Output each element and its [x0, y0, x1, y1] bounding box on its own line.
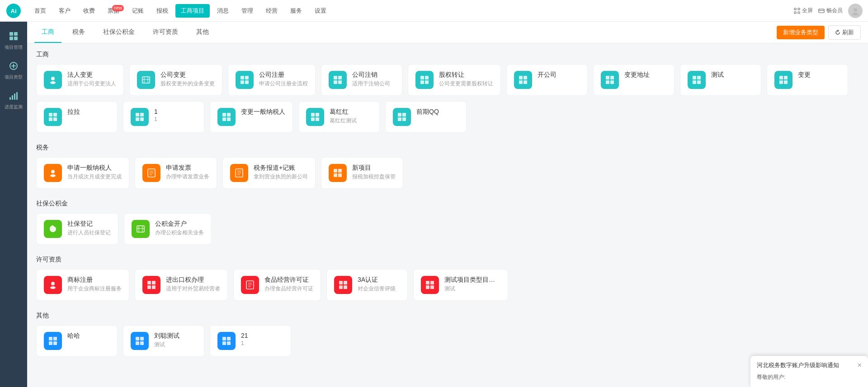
svg-rect-64: [316, 117, 319, 121]
card-desc-t1: 当月或次月成变更完成: [67, 173, 122, 181]
fullscreen-button[interactable]: 全屏: [794, 7, 813, 14]
card-desc-x4: 对企业信誉评级: [358, 285, 400, 293]
svg-rect-45: [779, 76, 783, 79]
nav-item-tax[interactable]: 报税: [151, 4, 174, 18]
card-title-c5: 股权转让: [439, 71, 493, 79]
svg-rect-104: [227, 341, 231, 345]
card-x1[interactable]: 商标注册用于企业商标注册服务: [36, 269, 129, 301]
tab-gongshang[interactable]: 工商: [34, 22, 61, 43]
refresh-button[interactable]: 刷新: [828, 25, 861, 40]
nav-item-home[interactable]: 首页: [29, 4, 52, 18]
card-icon-c4: [329, 71, 347, 89]
svg-rect-39: [606, 80, 609, 84]
tab-xuke[interactable]: 许可资质: [146, 22, 185, 43]
svg-rect-59: [222, 117, 226, 121]
svg-rect-38: [610, 76, 614, 79]
card-x4[interactable]: 3A认证对企业信誉评级: [326, 269, 408, 301]
tab-shuiwu[interactable]: 税务: [65, 22, 92, 43]
nav-item-billing[interactable]: 收费: [78, 4, 100, 18]
nav-item-tickets[interactable]: 票据new: [102, 4, 125, 18]
sidebar-item-project-type[interactable]: 项目类型: [0, 55, 27, 85]
card-info-c12: 变更一般纳税人: [241, 108, 285, 117]
card-info-s1: 社保登记进行人员社保登记: [67, 220, 111, 237]
card-icon-x2: [142, 276, 160, 294]
svg-rect-57: [222, 113, 226, 117]
card-desc-x5: 测试: [444, 285, 500, 293]
card-info-c4: 公司注销适用于注销公司: [352, 71, 395, 88]
vip-button[interactable]: 畅会员: [818, 7, 843, 14]
card-c12[interactable]: 变更一般纳税人: [210, 101, 293, 133]
refresh-label: 刷新: [842, 28, 854, 37]
card-t2[interactable]: 申请发票办理申请发票业务: [135, 157, 217, 189]
sidebar-item-project-manage[interactable]: 项目管理: [0, 25, 27, 55]
card-c2[interactable]: 公司变更股权变更外的业务变更: [129, 64, 222, 96]
app-logo[interactable]: Ai: [5, 3, 22, 19]
card-x5[interactable]: 测试项目类型目定义测试: [413, 269, 508, 301]
card-c6[interactable]: 开公司: [506, 64, 588, 96]
card-desc-t3: 拿到营业执照的新公司: [254, 173, 308, 181]
nav-item-operations[interactable]: 经营: [260, 4, 283, 18]
nav-item-services[interactable]: 服务: [285, 4, 307, 18]
card-info-c8: 测试: [711, 71, 754, 80]
card-t4[interactable]: 新项目报税加税控盘保管: [321, 157, 403, 189]
card-c13[interactable]: 葛红红葛红红测试: [298, 101, 380, 133]
card-x3[interactable]: 食品经营许可证办理食品经营许可证: [233, 269, 321, 301]
svg-rect-85: [339, 281, 343, 284]
card-s1[interactable]: 社保登记进行人员社保登记: [36, 213, 118, 245]
sidebar-item-progress-monitor[interactable]: 进度监测: [0, 85, 27, 115]
card-info-c14: 前期QQ: [416, 108, 459, 117]
card-title-c2: 公司变更: [160, 71, 215, 79]
svg-rect-83: [152, 285, 156, 289]
card-icon-o3: [217, 332, 236, 350]
svg-rect-95: [49, 341, 52, 345]
card-c8[interactable]: 测试: [680, 64, 761, 96]
svg-rect-97: [136, 337, 139, 340]
notification-close-button[interactable]: ×: [858, 361, 862, 369]
card-c9[interactable]: 变更: [767, 64, 848, 96]
svg-rect-6: [819, 9, 824, 13]
card-t1[interactable]: 申请一般纳税人当月或次月成变更完成: [36, 157, 129, 189]
nav-item-management[interactable]: 管理: [236, 4, 259, 18]
card-o1[interactable]: 哈哈: [36, 325, 118, 357]
cards-grid-other: 哈哈刘聪测试测试211: [36, 325, 859, 357]
nav-item-accounts[interactable]: 记账: [127, 4, 149, 18]
svg-rect-67: [398, 117, 401, 121]
card-icon-c9: [774, 71, 793, 89]
card-o3[interactable]: 211: [210, 325, 291, 357]
svg-rect-40: [610, 80, 614, 84]
nav-item-message[interactable]: 消息: [212, 4, 234, 18]
card-desc-t4: 报税加税控盘保管: [352, 173, 396, 181]
card-s2[interactable]: 公积金开户办理公积金相关业务: [124, 213, 212, 245]
card-c4[interactable]: 公司注销适用于注销公司: [321, 64, 402, 96]
svg-rect-30: [425, 76, 429, 79]
card-c1[interactable]: 法人变更适用于公司变更法人: [36, 64, 124, 96]
new-business-type-button[interactable]: 新增业务类型: [777, 26, 825, 39]
card-o2[interactable]: 刘聪测试测试: [123, 325, 204, 357]
svg-rect-68: [402, 117, 406, 121]
svg-rect-26: [338, 76, 342, 79]
card-x2[interactable]: 进出口权办理适用于对外贸易经营者: [135, 269, 228, 301]
card-c10[interactable]: 拉拉: [36, 101, 118, 133]
cards-grid-shebao: 社保登记进行人员社保登记公积金开户办理公积金相关业务: [36, 213, 859, 245]
svg-rect-34: [524, 76, 527, 79]
nav-item-industry[interactable]: 工商项目: [175, 4, 210, 18]
card-t3[interactable]: 税务报道+记账拿到营业执照的新公司: [222, 157, 316, 189]
card-c7[interactable]: 变更地址: [593, 64, 675, 96]
tab-shebao[interactable]: 社保公积金: [96, 22, 142, 43]
card-c11[interactable]: 11: [123, 101, 204, 133]
card-title-c6: 开公司: [538, 71, 580, 79]
card-title-o2: 刘聪测试: [154, 332, 197, 340]
user-avatar[interactable]: [848, 4, 863, 18]
card-c14[interactable]: 前期QQ: [385, 101, 467, 133]
nav-item-customer[interactable]: 客户: [53, 4, 76, 18]
card-title-c4: 公司注销: [352, 71, 395, 79]
nav-item-settings[interactable]: 设置: [309, 4, 332, 18]
card-info-c9: 变更: [798, 71, 840, 80]
tab-other[interactable]: 其他: [189, 22, 216, 43]
card-c5[interactable]: 股权转让公司变更需要股权转让: [408, 64, 501, 96]
svg-rect-100: [140, 341, 144, 345]
svg-rect-50: [53, 113, 57, 117]
card-title-c7: 变更地址: [624, 71, 667, 79]
card-c3[interactable]: 公司注册申请公司注册全流程: [228, 64, 316, 96]
svg-rect-48: [784, 80, 788, 84]
